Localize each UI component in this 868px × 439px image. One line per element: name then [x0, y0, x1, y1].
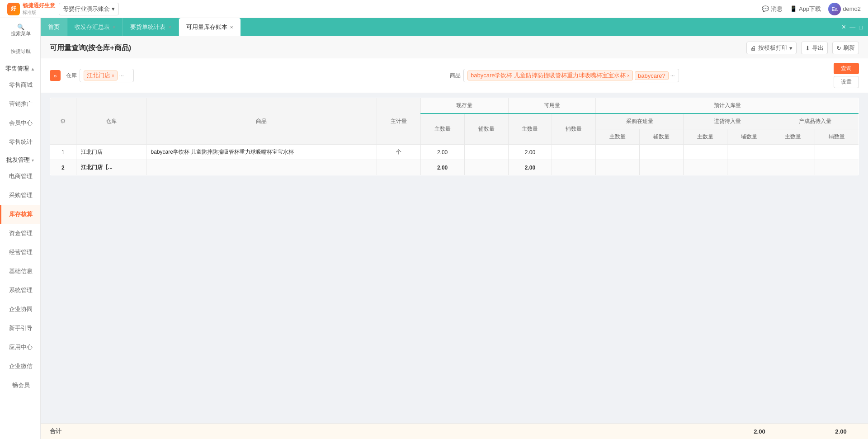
subtotal-purchase-transit-main [596, 160, 640, 175]
page-title: 可用量查询(按仓库+商品) [50, 43, 131, 53]
chevron-down-icon: ▾ [789, 45, 793, 52]
export-button[interactable]: ⬇ 导出 [801, 42, 828, 54]
footer-current-main: 2.00 [741, 428, 778, 435]
subtotal-row: 2 江北门店【... 2.00 2.00 [50, 160, 859, 175]
sidebar-item-newbie-guide[interactable]: 新手引导 [0, 319, 40, 338]
refresh-icon: ↻ [836, 45, 841, 52]
subtotal-available-main: 2.00 [508, 160, 552, 175]
settings-col-header[interactable]: ⚙ [50, 98, 76, 145]
subtotal-current-main: 2.00 [420, 160, 464, 175]
footer-label: 合计 [50, 427, 68, 435]
sidebar-item-search[interactable]: 🔍 搜索菜单 [0, 18, 40, 42]
sidebar-item-inventory[interactable]: 库存核算 [0, 205, 40, 224]
chevron-up-icon: ▲ [31, 66, 35, 71]
subtotal-unit [377, 160, 420, 175]
subtotal-inbound-pending-main [684, 160, 727, 175]
sidebar-item-operations[interactable]: 经营管理 [0, 243, 40, 262]
industry-selector[interactable]: 母婴行业演示账套 ▾ [59, 3, 119, 15]
settings-button[interactable]: 设置 [834, 76, 859, 88]
sidebar-item-marketing[interactable]: 营销推广 [0, 94, 40, 113]
warehouse-tag: 江北门店 × [84, 71, 118, 80]
close-icon[interactable]: × [230, 24, 233, 30]
app-download-button[interactable]: 📱 App下载 [790, 5, 821, 13]
sidebar-item-member-center[interactable]: 会员中心 [0, 113, 40, 132]
sidebar-item-purchase-mgmt[interactable]: 采购管理 [0, 186, 40, 205]
current-main-qty-header: 主数量 [420, 113, 464, 145]
user-profile[interactable]: Ea demo2 [828, 3, 861, 15]
print-button[interactable]: 🖨 按模板打印 ▾ [746, 42, 797, 54]
app-icon: 📱 [790, 5, 797, 12]
subtotal-current-aux [464, 160, 508, 175]
sidebar-item-sys-mgmt[interactable]: 系统管理 [0, 281, 40, 300]
close-icon[interactable]: × [168, 24, 171, 30]
sidebar-item-retail-stats[interactable]: 零售统计 [0, 132, 40, 151]
current-aux-qty-header: 辅数量 [464, 113, 508, 145]
product-tag-2: babycare? [635, 71, 669, 80]
main-layout: 🔍 搜索菜单 快捷导航 零售管理 ▲ 零售商城 营销推广 会员中心 零售统计 批… [0, 18, 868, 439]
filter-row: » 仓库 江北门店 × ··· 商品 babycare学饮杯 儿童防摔防撞吸管杯… [41, 58, 868, 93]
message-button[interactable]: 💬 消息 [762, 5, 783, 13]
top-bar: 好 畅捷通好生意 标准版 母婴行业演示账套 ▾ 💬 消息 📱 App下载 Ea … [0, 0, 868, 18]
warehouse-filter-group: 仓库 江北门店 × ··· [66, 69, 444, 82]
product-filter-more: ··· [670, 72, 675, 79]
inbound-pending-aux-header: 辅数量 [727, 129, 771, 145]
page-header: 可用量查询(按仓库+商品) 🖨 按模板打印 ▾ ⬇ 导出 ↻ 刷新 [41, 36, 868, 58]
close-all-button[interactable]: × [842, 23, 846, 31]
page-actions: 🖨 按模板打印 ▾ ⬇ 导出 ↻ 刷新 [746, 42, 859, 54]
query-button[interactable]: 查询 [834, 63, 859, 74]
nav-tabs-actions: × — □ [836, 23, 868, 31]
warehouse-filter-tags[interactable]: 江北门店 × ··· [80, 69, 134, 82]
sidebar-item-enterprise-wechat[interactable]: 企业微信 [0, 357, 40, 376]
close-icon[interactable]: × [113, 24, 115, 30]
production-pending-group-header: 产成品待入量 [771, 113, 859, 129]
tab-available-inventory[interactable]: 可用量库存账本 × [179, 18, 241, 36]
tab-home[interactable]: 首页 [41, 18, 67, 36]
sidebar-item-quicknav[interactable]: 快捷导航 [0, 42, 40, 60]
sidebar-item-basic-info[interactable]: 基础信息 [0, 262, 40, 281]
row-inbound-pending-aux [727, 145, 771, 160]
minimize-button[interactable]: — [849, 24, 855, 31]
purchase-transit-main-header: 主数量 [596, 129, 640, 145]
sidebar: 🔍 搜索菜单 快捷导航 零售管理 ▲ 零售商城 营销推广 会员中心 零售统计 批… [0, 18, 41, 439]
sidebar-item-retail-mgmt[interactable]: 零售管理 ▲ [0, 60, 40, 76]
avatar: Ea [828, 3, 841, 15]
sidebar-item-app-center[interactable]: 应用中心 [0, 338, 40, 357]
sidebar-item-retail-mall[interactable]: 零售商城 [0, 76, 40, 94]
maximize-button[interactable]: □ [859, 24, 863, 31]
warehouse-tag-close[interactable]: × [112, 73, 114, 78]
warehouse-filter-label: 仓库 [66, 72, 77, 80]
product-filter-tags[interactable]: babycare学饮杯 儿童防摔防撞吸管杯重力球吸嘴杯宝宝水杯 × babyca… [463, 69, 679, 82]
product-tag-1-close[interactable]: × [627, 73, 630, 78]
data-table: ⚙ 仓库 商品 主计量 现存量 可用量 预计入库量 主数量 辅数量 主数量 辅数… [50, 98, 859, 175]
nav-tabs: 首页 收发存汇总表 × 要货单统计表 × 可用量库存账本 × × — □ [41, 18, 868, 36]
available-main-qty-header: 主数量 [508, 113, 552, 145]
settings-icon: ⚙ [60, 118, 66, 125]
chevron-down-icon: ▾ [112, 5, 115, 12]
sidebar-item-finance[interactable]: 资金管理 [0, 224, 40, 243]
row-available-main: 2.00 [508, 145, 552, 160]
tab-stock-summary[interactable]: 收发存汇总表 × [67, 18, 123, 36]
refresh-button[interactable]: ↻ 刷新 [832, 42, 859, 54]
unit-col-header: 主计量 [377, 98, 420, 145]
message-icon: 💬 [762, 5, 769, 12]
sidebar-item-member[interactable]: 畅会员 [0, 376, 40, 395]
subtotal-index: 2 [50, 160, 76, 175]
subtotal-warehouse: 江北门店【... [76, 160, 146, 175]
row-warehouse: 江北门店 [76, 145, 146, 160]
sidebar-item-ecommerce[interactable]: 电商管理 [0, 167, 40, 186]
filter-expand-button[interactable]: » [50, 70, 61, 81]
logo-text: 畅捷通好生意 标准版 [23, 2, 55, 16]
planned-inbound-group-header: 预计入库量 [596, 98, 859, 114]
subtotal-production-pending-main [771, 160, 815, 175]
sidebar-item-wholesale-mgmt[interactable]: 批发管理 ▾ [0, 151, 40, 167]
retail-mgmt-label: 零售管理 [5, 65, 29, 73]
subtotal-purchase-transit-aux [640, 160, 684, 175]
chevron-down-icon: ▾ [32, 158, 34, 163]
subtotal-product [146, 160, 377, 175]
row-purchase-transit-aux [640, 145, 684, 160]
main-content: 首页 收发存汇总表 × 要货单统计表 × 可用量库存账本 × × — □ [41, 18, 868, 439]
tab-order-stats[interactable]: 要货单统计表 × [123, 18, 179, 36]
warehouse-col-header: 仓库 [76, 98, 146, 145]
export-icon: ⬇ [805, 45, 810, 52]
sidebar-item-enterprise-collab[interactable]: 企业协同 [0, 300, 40, 319]
